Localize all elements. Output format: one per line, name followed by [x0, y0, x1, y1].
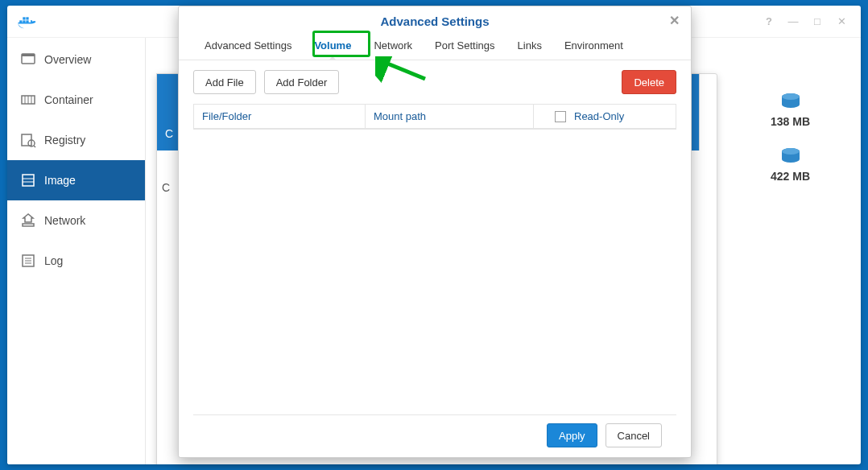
sidebar-item-label: Container: [44, 93, 93, 106]
cancel-button[interactable]: Cancel: [606, 423, 662, 447]
sidebar-item-label: Image: [44, 174, 76, 187]
help-icon[interactable]: [759, 12, 779, 31]
container-icon: [20, 92, 36, 108]
volume-table-header: File/Folder Mount path Read-Only: [194, 105, 676, 129]
delete-button[interactable]: Delete: [622, 70, 676, 94]
image-card[interactable]: 422 MB: [771, 147, 810, 183]
log-icon: [20, 253, 36, 269]
partial-text: C: [162, 181, 170, 194]
add-folder-button[interactable]: Add Folder: [264, 70, 340, 94]
svg-point-24: [782, 93, 800, 100]
tab-label: Network: [374, 39, 412, 52]
column-read-only-label: Read-Only: [574, 110, 624, 122]
sidebar-item-label: Overview: [44, 53, 91, 66]
tab-environment[interactable]: Environment: [553, 33, 634, 60]
sidebar-item-overview[interactable]: Overview: [7, 39, 145, 80]
tab-label: Advanced Settings: [205, 39, 291, 52]
svg-rect-4: [26, 17, 28, 19]
image-size: 422 MB: [771, 170, 810, 183]
sidebar-item-label: Network: [44, 214, 85, 227]
overview-icon: [20, 52, 36, 68]
sidebar-item-registry[interactable]: Registry: [7, 120, 145, 160]
svg-rect-6: [22, 54, 35, 56]
tab-network[interactable]: Network: [362, 33, 424, 60]
modal-body: Add File Add Folder Delete File/Folder M…: [179, 60, 691, 414]
disk-stack-icon: [779, 93, 802, 110]
advanced-settings-modal: Advanced Settings Advanced Settings Volu…: [178, 6, 692, 458]
image-icon: [20, 172, 36, 188]
sidebar-item-label: Registry: [44, 134, 85, 146]
tab-port-settings[interactable]: Port Settings: [424, 33, 506, 60]
tab-advanced-settings[interactable]: Advanced Settings: [193, 33, 303, 60]
svg-rect-14: [23, 175, 34, 186]
tab-links[interactable]: Links: [506, 33, 553, 60]
svg-marker-17: [23, 214, 33, 222]
sidebar-item-log[interactable]: Log: [7, 241, 145, 281]
disk-stack-icon: [779, 147, 802, 165]
sidebar-item-label: Log: [44, 254, 63, 267]
window-minimize-icon[interactable]: [783, 12, 803, 31]
modal-title-text: Advanced Settings: [380, 14, 489, 28]
sidebar: Overview Container Registry Image: [7, 38, 146, 464]
docker-whale-icon: [17, 13, 38, 31]
image-cards: 138 MB 422 MB: [720, 93, 861, 183]
tab-label: Volume: [314, 39, 351, 52]
partial-text: C: [165, 127, 173, 140]
svg-rect-18: [23, 224, 34, 226]
modal-tabs: Advanced Settings Volume Network Port Se…: [179, 33, 691, 60]
sidebar-item-image[interactable]: Image: [7, 160, 145, 200]
image-card[interactable]: 138 MB: [771, 93, 810, 128]
svg-line-13: [34, 146, 35, 147]
svg-rect-3: [23, 17, 25, 19]
svg-point-26: [782, 148, 800, 155]
tab-label: Environment: [564, 39, 623, 52]
tab-label: Links: [518, 39, 542, 52]
volume-toolbar: Add File Add Folder Delete: [193, 70, 676, 94]
read-only-checkbox[interactable]: [555, 111, 566, 122]
tab-volume[interactable]: Volume: [303, 33, 362, 60]
modal-title: Advanced Settings: [179, 6, 691, 33]
apply-button[interactable]: Apply: [547, 423, 597, 447]
modal-close-icon[interactable]: [665, 11, 683, 29]
column-file-folder[interactable]: File/Folder: [194, 105, 366, 128]
column-read-only[interactable]: Read-Only: [534, 105, 676, 128]
sidebar-item-container[interactable]: Container: [7, 80, 145, 120]
sidebar-item-network[interactable]: Network: [7, 200, 145, 241]
volume-table: File/Folder Mount path Read-Only: [193, 104, 676, 130]
column-mount-path[interactable]: Mount path: [366, 105, 534, 128]
network-icon: [20, 212, 36, 229]
image-size: 138 MB: [771, 115, 810, 128]
modal-footer: Apply Cancel: [193, 414, 676, 457]
tab-label: Port Settings: [435, 39, 494, 52]
window-close-icon[interactable]: [832, 12, 851, 31]
window-maximize-icon[interactable]: [808, 12, 827, 31]
registry-icon: [20, 132, 36, 148]
add-file-button[interactable]: Add File: [193, 70, 256, 94]
